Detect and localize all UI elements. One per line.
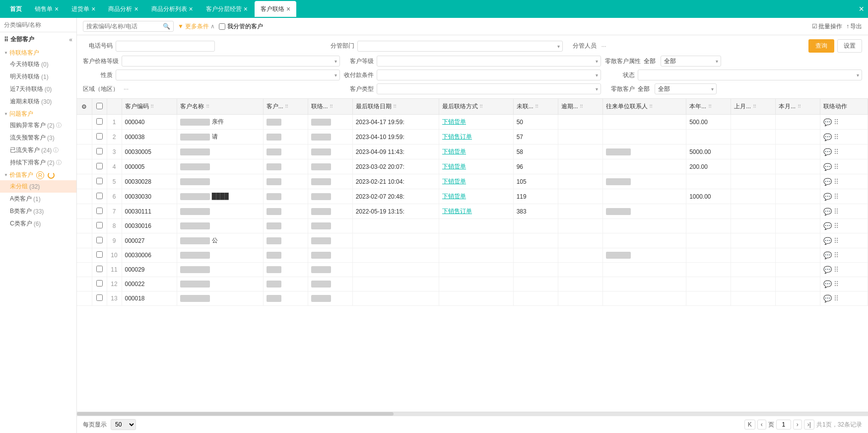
main-search-input[interactable] bbox=[86, 23, 161, 30]
filter-region-dots[interactable]: ··· bbox=[122, 85, 131, 92]
filter-scatter-customer-select[interactable]: 全部 bbox=[655, 83, 717, 94]
my-customers-check[interactable]: 我分管的客户 bbox=[219, 22, 263, 31]
batch-op-btn[interactable]: ☑ 批量操作 bbox=[812, 22, 842, 31]
tab-purchase[interactable]: 进货单 × bbox=[66, 1, 101, 17]
sidebar-group-value[interactable]: ▼ 价值客户 R bbox=[0, 169, 76, 180]
export-btn[interactable]: ↑ 导出 bbox=[846, 22, 862, 31]
chat-icon[interactable]: 💬 bbox=[823, 193, 832, 201]
query-btn[interactable]: 查询 bbox=[808, 39, 834, 53]
last-page-btn[interactable]: ›| bbox=[804, 420, 814, 430]
last-way-link[interactable]: 下销货单 bbox=[442, 148, 466, 155]
filter-dept-select[interactable] bbox=[357, 41, 562, 52]
sidebar-item-churned[interactable]: 已流失客户 (24) ⓘ bbox=[0, 144, 76, 156]
tab-customer-contact[interactable]: 客户联络 × bbox=[255, 1, 296, 17]
sidebar-item-c-class[interactable]: C类客户 (6) bbox=[0, 217, 76, 230]
grid-action-icon[interactable]: ⠿ bbox=[834, 237, 839, 245]
first-page-btn[interactable]: K bbox=[744, 420, 755, 430]
filter-more-btn[interactable]: ▼ 更多条件 ∧ bbox=[178, 22, 215, 31]
tab-sales[interactable]: 销售单 × bbox=[29, 1, 65, 17]
th-overdue[interactable]: 逾期... ⠿ bbox=[558, 99, 602, 115]
row-checkbox[interactable] bbox=[96, 193, 103, 199]
settings-gear-icon[interactable]: ⚙ bbox=[81, 103, 87, 110]
filter-payment-select[interactable] bbox=[377, 70, 601, 80]
filter-phone-input[interactable] bbox=[116, 41, 215, 52]
sidebar-item-overdue[interactable]: 逾期未联络 (30) bbox=[0, 95, 76, 108]
sidebar-item-no-group[interactable]: 未分组 (32) bbox=[0, 180, 76, 193]
tab-home[interactable]: 首页 bbox=[4, 1, 28, 17]
last-way-link[interactable]: 下销货单 bbox=[442, 178, 466, 185]
chat-icon[interactable]: 💬 bbox=[823, 208, 832, 216]
last-way-link[interactable]: 下销货单 bbox=[442, 118, 466, 125]
grid-action-icon[interactable]: ⠿ bbox=[834, 163, 839, 171]
sidebar-item-tomorrow[interactable]: 明天待联络 (1) bbox=[0, 71, 76, 83]
row-checkbox[interactable] bbox=[96, 208, 103, 214]
chat-icon[interactable]: 💬 bbox=[823, 222, 832, 230]
th-no-contact[interactable]: 未联... ⠿ bbox=[513, 99, 558, 115]
grid-action-icon[interactable]: ⠿ bbox=[834, 193, 839, 201]
th-name[interactable]: 客户名称 ⠿ bbox=[177, 99, 263, 115]
chat-icon[interactable]: 💬 bbox=[823, 280, 832, 288]
row-checkbox[interactable] bbox=[96, 222, 103, 228]
sidebar-item-hoard-anomaly[interactable]: 囤购异常客户 (2) ⓘ bbox=[0, 119, 76, 132]
sidebar-group-problem[interactable]: ▼ 问题客户 bbox=[0, 108, 76, 119]
grid-action-icon[interactable]: ⠿ bbox=[834, 280, 839, 288]
last-way-link[interactable]: 下销售订单 bbox=[442, 133, 472, 140]
th-last-date[interactable]: 最后联络日期 ⠿ bbox=[352, 99, 439, 115]
grid-action-icon[interactable]: ⠿ bbox=[834, 222, 839, 230]
window-close-btn[interactable]: × bbox=[859, 4, 864, 14]
filter-nature-select[interactable] bbox=[116, 70, 340, 80]
row-checkbox[interactable] bbox=[96, 266, 103, 272]
page-size-select[interactable]: 50 100 200 bbox=[111, 419, 136, 430]
next-page-btn[interactable]: › bbox=[793, 420, 802, 430]
filter-scatter-attr-select[interactable]: 全部 bbox=[661, 56, 721, 67]
chat-icon[interactable]: 💬 bbox=[823, 294, 832, 302]
current-page-input[interactable] bbox=[776, 420, 791, 430]
th-this-year[interactable]: 本年... ⠿ bbox=[686, 99, 731, 115]
th-this-month[interactable]: 本月... ⠿ bbox=[776, 99, 820, 115]
tab-sales-close[interactable]: × bbox=[55, 5, 59, 12]
row-checkbox[interactable] bbox=[96, 118, 103, 125]
sidebar-search-input[interactable] bbox=[4, 21, 77, 28]
main-search-icon[interactable]: 🔍 bbox=[163, 23, 170, 30]
sidebar-item-b-class[interactable]: B类客户 (33) bbox=[0, 205, 76, 217]
th-settings[interactable]: ⚙ bbox=[77, 99, 92, 115]
row-checkbox[interactable] bbox=[96, 280, 103, 287]
prev-page-btn[interactable]: ‹ bbox=[757, 420, 766, 430]
last-way-link[interactable]: 下销货单 bbox=[442, 163, 466, 170]
tab-purchase-close[interactable]: × bbox=[91, 5, 95, 12]
select-all-checkbox[interactable] bbox=[96, 103, 103, 109]
th-code[interactable]: 客户编码 ⠿ bbox=[122, 99, 177, 115]
filter-customer-type-select[interactable] bbox=[377, 83, 601, 94]
th-contact[interactable]: 联络... ⠿ bbox=[308, 99, 352, 115]
my-customers-checkbox[interactable] bbox=[219, 23, 225, 30]
grid-action-icon[interactable]: ⠿ bbox=[834, 266, 839, 274]
row-checkbox[interactable] bbox=[96, 294, 103, 301]
filter-manager-dots[interactable]: ··· bbox=[600, 43, 608, 50]
reset-btn[interactable]: 设置 bbox=[837, 39, 862, 53]
grid-action-icon[interactable]: ⠿ bbox=[834, 118, 839, 126]
sidebar-group-pending[interactable]: ▼ 待联络客户 bbox=[0, 47, 76, 58]
sidebar-item-declining[interactable]: 持续下滑客户 (2) ⓘ bbox=[0, 156, 76, 169]
th-type[interactable]: 客户... ⠿ bbox=[263, 99, 308, 115]
chat-icon[interactable]: 💬 bbox=[823, 163, 832, 171]
filter-customer-grade-select[interactable] bbox=[377, 56, 601, 67]
chat-icon[interactable]: 💬 bbox=[823, 251, 832, 259]
tab-analysis-close[interactable]: × bbox=[134, 5, 138, 12]
filter-status-select[interactable] bbox=[638, 70, 862, 80]
tab-analysis-list[interactable]: 商品分析列表 × bbox=[145, 1, 199, 17]
sidebar-item-today[interactable]: 今天待联络 (0) bbox=[0, 58, 76, 71]
chat-icon[interactable]: 💬 bbox=[823, 118, 832, 126]
row-checkbox[interactable] bbox=[96, 237, 103, 243]
grid-action-icon[interactable]: ⠿ bbox=[834, 178, 839, 186]
chat-icon[interactable]: 💬 bbox=[823, 178, 832, 186]
th-last-way[interactable]: 最后联络方式 ⠿ bbox=[439, 99, 514, 115]
refresh-icon[interactable] bbox=[48, 172, 55, 179]
grid-action-icon[interactable]: ⠿ bbox=[834, 133, 839, 141]
chat-icon[interactable]: 💬 bbox=[823, 266, 832, 274]
sidebar-item-churn-warning[interactable]: 流失预警客户 (3) bbox=[0, 132, 76, 144]
filter-price-grade-select[interactable] bbox=[122, 56, 340, 67]
last-way-link[interactable]: 下销售订单 bbox=[442, 208, 472, 215]
sidebar-item-a-class[interactable]: A类客户 (1) bbox=[0, 193, 76, 205]
tab-analysis[interactable]: 商品分析 × bbox=[102, 1, 144, 17]
chat-icon[interactable]: 💬 bbox=[823, 237, 832, 245]
